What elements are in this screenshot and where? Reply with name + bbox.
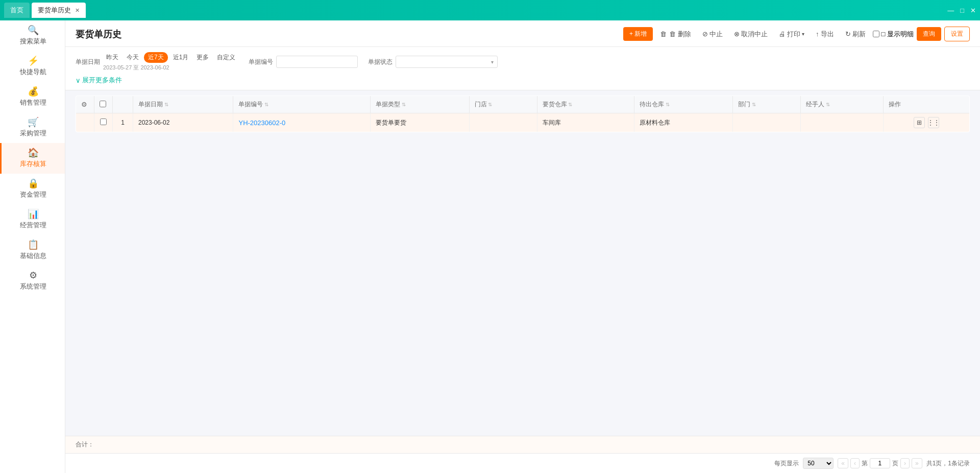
- col-date-header[interactable]: 单据日期: [133, 96, 233, 113]
- sidebar-item-purchase[interactable]: 🛒 采购管理: [0, 112, 65, 143]
- sidebar-item-search[interactable]: 🔍 搜索菜单: [0, 20, 65, 51]
- cancel-stop-label: 取消中止: [741, 30, 768, 39]
- sidebar-item-operation[interactable]: 📊 经营管理: [0, 204, 65, 235]
- refresh-button[interactable]: ↻ 刷新: [841, 28, 870, 41]
- delete-button[interactable]: 🗑 🗑 删除: [656, 28, 695, 41]
- cancel-stop-button[interactable]: ⊗ 取消中止: [730, 28, 772, 41]
- per-page-select[interactable]: 10 20 50 100: [803, 458, 834, 469]
- doc-number-label: 单据编号: [249, 58, 273, 66]
- sidebar-label-finance: 资金管理: [20, 190, 46, 199]
- print-icon: 🖨: [779, 30, 786, 38]
- print-label: 打印: [787, 30, 800, 39]
- sidebar-item-system[interactable]: ⚙ 系统管理: [0, 266, 65, 296]
- close-tab-icon[interactable]: ✕: [75, 7, 80, 14]
- tab-home[interactable]: 首页: [4, 3, 30, 18]
- window-maximize-btn[interactable]: □: [960, 7, 964, 14]
- date-btn-7days[interactable]: 近7天: [144, 52, 168, 63]
- topbar-right-actions: — □ ✕: [947, 7, 976, 14]
- window-close-btn[interactable]: ✕: [970, 7, 976, 14]
- date-btn-more[interactable]: 更多: [193, 52, 212, 63]
- doc-number-input[interactable]: [276, 56, 358, 68]
- page-number-input[interactable]: [870, 458, 890, 468]
- sidebar-item-basic[interactable]: 📋 基础信息: [0, 235, 65, 266]
- cancel-stop-icon: ⊗: [734, 30, 740, 38]
- col-docno-header[interactable]: 单据编号: [233, 96, 371, 113]
- col-doctype-header[interactable]: 单据类型: [371, 96, 469, 113]
- sidebar-item-finance[interactable]: 🔒 资金管理: [0, 174, 65, 204]
- sidebar-label-inventory: 库存核算: [20, 159, 46, 169]
- col-pendingwarehouse-header[interactable]: 待出仓库: [634, 96, 732, 113]
- select-all-checkbox[interactable]: [100, 101, 106, 107]
- add-button[interactable]: + 新增: [623, 27, 653, 41]
- refresh-label: 刷新: [852, 30, 866, 39]
- row-doctype-cell: 要货单要货: [371, 113, 469, 132]
- toolbar: + 新增 🗑 🗑 删除 ⊘ 中止 ⊗ 取消中止 🖨: [623, 27, 970, 46]
- row-checkbox[interactable]: [100, 119, 107, 125]
- stop-button[interactable]: ⊘ 中止: [698, 28, 727, 41]
- sidebar-item-inventory[interactable]: 🏠 库存核算: [0, 143, 65, 174]
- content-area: 要货单历史 + 新增 🗑 🗑 删除 ⊘ 中止 ⊗ 取消中止: [65, 20, 980, 473]
- col-reqwarehouse-header[interactable]: 要货仓库: [537, 96, 634, 113]
- show-detail-checkbox[interactable]: [873, 31, 879, 37]
- row-handler-cell: [801, 113, 884, 132]
- doc-status-select-wrapper: [396, 56, 498, 68]
- stop-icon: ⊘: [702, 30, 708, 38]
- last-page-btn[interactable]: »: [912, 458, 922, 468]
- expand-more-btn[interactable]: ∨ 展开更多条件: [76, 76, 970, 85]
- settings-button[interactable]: 设置: [944, 27, 970, 41]
- date-range-display: 2023-05-27 至 2023-06-02: [103, 64, 238, 72]
- row-view-btn[interactable]: ⊞: [914, 117, 925, 128]
- date-btn-custom[interactable]: 自定义: [214, 52, 238, 63]
- col-department-header[interactable]: 部门: [733, 96, 801, 113]
- table-section: ⚙ 单据日期 单据编号 单据类型 门店 要货仓库 待出仓库 部门 经手人: [65, 90, 980, 436]
- inventory-icon: 🏠: [28, 148, 39, 157]
- pagination-bar: 每页显示 10 20 50 100 « ‹ 第 页 › » 共1页，1条记录: [65, 453, 980, 473]
- print-button[interactable]: 🖨 打印 ▾: [775, 28, 808, 41]
- col-handler-header[interactable]: 经手人: [801, 96, 884, 113]
- date-btn-yesterday[interactable]: 昨天: [103, 52, 121, 63]
- data-table: ⚙ 单据日期 单据编号 单据类型 门店 要货仓库 待出仓库 部门 经手人: [76, 96, 970, 132]
- doc-number-filter-group: 单据编号: [249, 56, 358, 68]
- doc-status-filter-group: 单据状态: [368, 56, 498, 68]
- row-settings-cell: [76, 113, 94, 132]
- row-more-btn[interactable]: ⋮⋮: [928, 117, 939, 128]
- page-suffix-label: 页: [892, 459, 898, 468]
- doc-status-select[interactable]: [396, 56, 498, 68]
- table-body: 1 2023-06-02 YH-20230602-0 要货单要货 车间库 原材料…: [76, 113, 970, 132]
- sidebar-item-shortcut[interactable]: ⚡ 快捷导航: [0, 51, 65, 82]
- sidebar-label-operation: 经营管理: [20, 221, 46, 230]
- total-label: 合计：: [76, 440, 94, 449]
- col-store-header[interactable]: 门店: [469, 96, 537, 113]
- expand-more-icon: ∨: [76, 77, 81, 84]
- operation-icon: 📊: [28, 209, 39, 219]
- date-btn-1month[interactable]: 近1月: [170, 52, 192, 63]
- next-page-btn[interactable]: ›: [900, 458, 910, 468]
- delete-icon: 🗑: [660, 30, 667, 38]
- col-settings-header: ⚙: [76, 96, 94, 113]
- sidebar-item-sales[interactable]: 💰 销售管理: [0, 82, 65, 112]
- row-action-cell: ⊞ ⋮⋮: [883, 113, 969, 132]
- col-settings-icon[interactable]: ⚙: [81, 101, 87, 108]
- date-btn-today[interactable]: 今天: [124, 52, 142, 63]
- date-filter-group: 单据日期 昨天 今天 近7天 近1月 更多 自定义 2023-05-27 至 2…: [76, 52, 238, 72]
- row-pendingwarehouse-cell: 原材料仓库: [634, 113, 732, 132]
- first-page-btn[interactable]: «: [838, 458, 848, 468]
- query-button[interactable]: 查询: [917, 27, 941, 41]
- sales-icon: 💰: [28, 87, 39, 96]
- window-minimize-btn[interactable]: —: [947, 7, 954, 14]
- export-button[interactable]: ↑ 导出: [812, 28, 838, 41]
- sidebar-label-search: 搜索菜单: [20, 37, 46, 46]
- col-num-header: [113, 96, 133, 113]
- row-store-cell: [469, 113, 537, 132]
- finance-icon: 🔒: [28, 179, 39, 188]
- sidebar-label-sales: 销售管理: [20, 98, 46, 107]
- show-detail-toggle[interactable]: □ 显示明细: [873, 30, 914, 39]
- header-row: ⚙ 单据日期 单据编号 单据类型 门店 要货仓库 待出仓库 部门 经手人: [76, 96, 970, 113]
- tab-history[interactable]: 要货单历史 ✕: [32, 3, 86, 18]
- search-menu-icon: 🔍: [28, 26, 39, 35]
- prev-page-btn[interactable]: ‹: [850, 458, 860, 468]
- row-docno-link[interactable]: YH-20230602-0: [238, 119, 285, 127]
- basic-icon: 📋: [28, 240, 39, 249]
- table-header: ⚙ 单据日期 单据编号 单据类型 门店 要货仓库 待出仓库 部门 经手人: [76, 96, 970, 113]
- row-date-cell: 2023-06-02: [133, 113, 233, 132]
